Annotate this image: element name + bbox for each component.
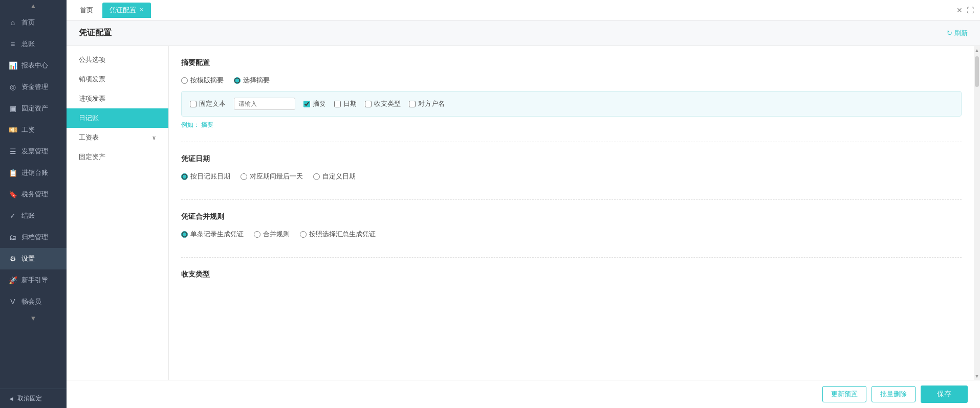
- settings-icon: ⚙: [8, 255, 17, 263]
- left-nav-payroll[interactable]: 工资表 ∨: [67, 128, 168, 147]
- ledger-icon: ≡: [8, 40, 17, 48]
- radio-single-record[interactable]: 单条记录生成凭证: [181, 230, 244, 239]
- tab-voucher-config-label: 凭证配置: [110, 6, 136, 15]
- sidebar-item-assets[interactable]: ▣ 固定资产: [0, 98, 67, 119]
- expand-window-button[interactable]: ⛶: [967, 6, 974, 14]
- scroll-down-arrow[interactable]: ▼: [974, 372, 980, 380]
- left-nav-label: 进项发票: [79, 94, 105, 103]
- sidebar-item-salary[interactable]: 💴 工资: [0, 119, 67, 141]
- radio-template-summary[interactable]: 按模版摘要: [181, 76, 224, 85]
- radio-by-journal-date-input[interactable]: [181, 173, 188, 180]
- sidebar-item-settlement[interactable]: ✓ 结账: [0, 205, 67, 226]
- left-nav-purchase-invoice[interactable]: 进项发票: [67, 89, 168, 108]
- sidebar-item-label: 发票管理: [21, 147, 48, 156]
- sidebar-item-label: 工资: [21, 125, 35, 134]
- radio-by-journal-date-label: 按日记账日期: [190, 172, 230, 181]
- radio-merge-rules-input[interactable]: [254, 231, 260, 238]
- vip-icon: V: [8, 298, 17, 306]
- left-nav-label: 公共选项: [79, 55, 105, 64]
- radio-select-summary[interactable]: 选择摘要: [234, 76, 270, 85]
- radio-by-selection-label: 按照选择汇总生成凭证: [309, 230, 376, 239]
- tab-close-icon[interactable]: ✕: [139, 7, 144, 13]
- example-text: 例如： 摘要: [181, 121, 962, 129]
- checkbox-counterpart-input[interactable]: [409, 101, 416, 107]
- left-nav-label: 日记账: [79, 114, 99, 123]
- sidebar-item-label: 结账: [21, 211, 35, 220]
- sidebar-item-ledger[interactable]: ≡ 总账: [0, 33, 67, 55]
- merge-rules-title: 凭证合并规则: [181, 212, 962, 221]
- scroll-thumb[interactable]: [975, 56, 979, 87]
- sidebar-item-home[interactable]: ⌂ 首页: [0, 12, 67, 33]
- right-content: 摘要配置 按模版摘要 选择摘要 固定文本: [169, 46, 974, 380]
- sidebar: ▲ ⌂ 首页 ≡ 总账 📊 报表中心 ◎ 资金管理 ▣ 固定资产 💴 工资 ☰ …: [0, 0, 67, 408]
- radio-by-selection[interactable]: 按照选择汇总生成凭证: [300, 230, 376, 239]
- voucher-date-radio-group: 按日记账日期 对应期间最后一天 自定义日期: [181, 172, 962, 181]
- sidebar-item-label: 设置: [21, 254, 35, 263]
- tab-home[interactable]: 首页: [73, 3, 100, 18]
- sidebar-item-invoice-mgmt[interactable]: ☰ 发票管理: [0, 141, 67, 162]
- example-value: 摘要: [201, 121, 213, 128]
- unpin-icon: ◄: [8, 395, 14, 402]
- checkbox-date-input[interactable]: [334, 101, 341, 107]
- merge-rules-radio-group: 单条记录生成凭证 合并规则 按照选择汇总生成凭证: [181, 230, 962, 239]
- radio-custom-date-input[interactable]: [313, 173, 320, 180]
- sidebar-item-guide[interactable]: 🚀 新手引导: [0, 269, 67, 291]
- checkbox-counterpart-label: 对方户名: [418, 99, 445, 108]
- sidebar-item-label: 进销台账: [21, 168, 48, 177]
- sidebar-item-label: 新手引导: [21, 276, 48, 285]
- sidebar-item-label: 畅会员: [21, 297, 41, 306]
- left-nav-public-options[interactable]: 公共选项: [67, 50, 168, 70]
- sidebar-scroll-down[interactable]: ▼: [0, 312, 67, 324]
- radio-merge-rules[interactable]: 合并规则: [254, 230, 290, 239]
- radio-by-selection-input[interactable]: [300, 231, 307, 238]
- sidebar-item-label: 总账: [21, 39, 35, 49]
- sidebar-unpin[interactable]: ◄ 取消固定: [0, 389, 67, 408]
- left-nav-journal[interactable]: 日记账: [67, 108, 168, 128]
- radio-select-summary-input[interactable]: [234, 77, 241, 84]
- radio-custom-date[interactable]: 自定义日期: [313, 172, 356, 181]
- scroll-up-arrow[interactable]: ▲: [974, 46, 980, 54]
- sidebar-scroll-up[interactable]: ▲: [0, 0, 67, 12]
- refresh-icon: ↻: [947, 29, 952, 37]
- checkbox-fixed-text-label: 固定文本: [199, 99, 226, 108]
- refresh-button[interactable]: ↻ 刷新: [947, 29, 968, 38]
- sidebar-item-funds[interactable]: ◎ 资金管理: [0, 76, 67, 98]
- left-nav-fixed-assets[interactable]: 固定资产: [67, 147, 168, 167]
- checkbox-summary[interactable]: 摘要: [303, 99, 326, 108]
- radio-template-summary-input[interactable]: [181, 77, 188, 84]
- checkbox-fixed-text-input[interactable]: [190, 101, 197, 107]
- sidebar-bottom-label: 取消固定: [17, 394, 42, 403]
- checkbox-counterpart[interactable]: 对方户名: [409, 99, 445, 108]
- checkbox-date[interactable]: 日期: [334, 99, 357, 108]
- sidebar-item-label: 报表中心: [21, 61, 48, 70]
- radio-last-day-input[interactable]: [241, 173, 247, 180]
- income-type-title: 收支类型: [181, 270, 962, 279]
- sidebar-item-archive[interactable]: 🗂 归档管理: [0, 226, 67, 248]
- sidebar-item-tax[interactable]: 🔖 税务管理: [0, 184, 67, 205]
- batch-delete-button[interactable]: 批量删除: [872, 386, 916, 402]
- checkbox-fixed-text[interactable]: 固定文本: [190, 99, 226, 108]
- tab-voucher-config[interactable]: 凭证配置 ✕: [102, 3, 151, 18]
- radio-by-journal-date[interactable]: 按日记账日期: [181, 172, 230, 181]
- sidebar-item-label: 归档管理: [21, 233, 48, 242]
- checkbox-summary-input[interactable]: [303, 101, 310, 107]
- radio-single-record-input[interactable]: [181, 231, 188, 238]
- radio-select-summary-label: 选择摘要: [243, 76, 270, 85]
- radio-last-day[interactable]: 对应期间最后一天: [241, 172, 303, 181]
- radio-merge-rules-label: 合并规则: [263, 230, 290, 239]
- sidebar-item-vip[interactable]: V 畅会员: [0, 291, 67, 312]
- checkbox-income-type-input[interactable]: [365, 101, 372, 107]
- merge-rules-section: 凭证合并规则 单条记录生成凭证 合并规则 按照选择汇总生成凭证: [181, 212, 962, 258]
- income-type-section: 收支类型: [181, 270, 962, 300]
- sidebar-item-purchase-sales[interactable]: 📋 进销台账: [0, 162, 67, 184]
- close-window-button[interactable]: ✕: [956, 6, 963, 14]
- sidebar-item-label: 首页: [21, 18, 35, 27]
- fixed-text-input[interactable]: [234, 98, 295, 110]
- checkbox-income-type[interactable]: 收支类型: [365, 99, 401, 108]
- update-preview-button[interactable]: 更新预置: [822, 386, 866, 402]
- sidebar-item-reports[interactable]: 📊 报表中心: [0, 55, 67, 76]
- sidebar-item-settings[interactable]: ⚙ 设置: [0, 248, 67, 269]
- left-nav-sales-invoice[interactable]: 销项发票: [67, 70, 168, 89]
- save-button[interactable]: 保存: [921, 386, 968, 403]
- bottom-bar: 更新预置 批量删除 保存: [67, 380, 980, 408]
